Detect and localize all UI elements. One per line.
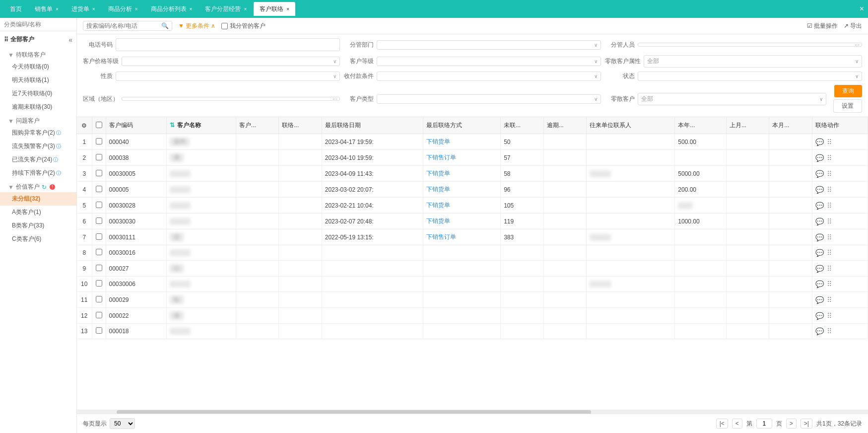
page-input[interactable]	[756, 419, 772, 429]
tab-customer-segment[interactable]: 客户分层经营 ×	[199, 2, 253, 16]
grid-action-icon[interactable]: ⠿	[827, 186, 832, 194]
phone-input[interactable]	[116, 38, 340, 51]
chat-icon[interactable]: 💬	[815, 154, 824, 162]
col-check-all[interactable]	[92, 117, 106, 134]
status-select[interactable]: ∨	[638, 72, 862, 81]
sidebar-item-7days[interactable]: 近7天待联络(0)	[0, 87, 76, 100]
price-level-select[interactable]: ∨	[122, 57, 340, 66]
scatter-select[interactable]: 全部∨	[638, 93, 826, 105]
sidebar-item-today[interactable]: 今天待联络(0)	[0, 60, 76, 73]
close-purchase-tab[interactable]: ×	[92, 6, 95, 12]
row-checkbox[interactable]	[96, 233, 102, 240]
sidebar-item-overdue[interactable]: 逾期未联络(30)	[0, 100, 76, 114]
tab-product-analysis[interactable]: 商品分析 ×	[102, 2, 144, 16]
chat-icon[interactable]: 💬	[815, 233, 824, 241]
close-contact-tab[interactable]: ×	[286, 6, 289, 12]
first-page-btn[interactable]: |<	[716, 419, 728, 429]
sidebar-item-declining[interactable]: 持续下滑客户(2) ⓘ	[0, 166, 76, 180]
grid-action-icon[interactable]: ⠿	[827, 312, 832, 320]
row-check[interactable]	[92, 292, 106, 308]
per-page-select[interactable]: 50 100 200	[110, 418, 135, 429]
my-customers-checkbox[interactable]: 我分管的客户	[221, 22, 266, 30]
chat-icon[interactable]: 💬	[815, 265, 824, 273]
sidebar-item-churned[interactable]: 已流失客户(24) ⓘ	[0, 153, 76, 166]
row-check[interactable]	[92, 261, 106, 277]
grid-action-icon[interactable]: ⠿	[827, 202, 832, 210]
row-checkbox[interactable]	[96, 327, 102, 334]
last-way-link[interactable]: 下销货单	[426, 186, 450, 193]
cust-type-select[interactable]: ∨	[377, 94, 601, 104]
chat-icon[interactable]: 💬	[815, 217, 824, 225]
grid-action-icon[interactable]: ⠿	[827, 154, 832, 162]
sidebar-item-a-class[interactable]: A类客户(1)	[0, 206, 76, 219]
last-way-link[interactable]: 下销售订单	[426, 233, 456, 240]
sidebar-item-c-class[interactable]: C类客户(6)	[0, 232, 76, 246]
home-tab[interactable]: 首页	[4, 5, 28, 13]
row-checkbox[interactable]	[96, 249, 102, 255]
chat-icon[interactable]: 💬	[815, 280, 824, 288]
tab-sales[interactable]: 销售单 ×	[29, 2, 65, 16]
all-customers-header[interactable]: ⠿ 全部客户 «	[0, 31, 76, 48]
attr-select[interactable]: 全部∨	[644, 55, 862, 68]
row-checkbox[interactable]	[96, 217, 102, 224]
row-check[interactable]	[92, 308, 106, 324]
my-customers-check[interactable]	[221, 23, 228, 29]
problem-customer-group[interactable]: ▼ 问题客户	[0, 114, 76, 126]
value-customer-group[interactable]: ▼ 价值客户 ↻ !	[0, 180, 76, 192]
horizontal-scrollbar[interactable]	[77, 410, 868, 414]
grid-action-icon[interactable]: ⠿	[827, 217, 832, 225]
grid-action-icon[interactable]: ⠿	[827, 296, 832, 304]
refresh-icon[interactable]: ↻	[42, 184, 47, 191]
chat-icon[interactable]: 💬	[815, 138, 824, 146]
chat-icon[interactable]: 💬	[815, 186, 824, 194]
chat-icon[interactable]: 💬	[815, 249, 824, 257]
tab-purchase[interactable]: 进货单 ×	[66, 2, 101, 16]
last-way-link[interactable]: 下销货单	[426, 217, 450, 224]
sidebar-search-input[interactable]	[4, 21, 77, 28]
chat-icon[interactable]: 💬	[815, 202, 824, 210]
chat-icon[interactable]: 💬	[815, 296, 824, 304]
row-check[interactable]	[92, 150, 106, 166]
main-search-input[interactable]	[86, 22, 159, 29]
row-checkbox[interactable]	[96, 154, 102, 160]
export-btn[interactable]: ↗ 导出	[844, 22, 862, 30]
chat-icon[interactable]: 💬	[815, 312, 824, 320]
close-product-tab[interactable]: ×	[135, 6, 138, 12]
tab-product-analysis-list[interactable]: 商品分析列表 ×	[145, 2, 199, 16]
row-checkbox[interactable]	[96, 202, 102, 208]
sidebar-item-abnormal[interactable]: 囤购异常客户(2) ⓘ	[0, 126, 76, 140]
last-way-link[interactable]: 下销货单	[426, 202, 450, 209]
next-page-btn[interactable]: >	[786, 419, 797, 429]
tab-customer-contact[interactable]: 客户联络 ×	[254, 2, 295, 16]
row-check[interactable]	[92, 245, 106, 261]
grid-action-icon[interactable]: ⠿	[827, 327, 832, 335]
row-checkbox[interactable]	[96, 280, 102, 287]
row-checkbox[interactable]	[96, 296, 102, 302]
row-checkbox[interactable]	[96, 312, 102, 318]
sidebar-item-tomorrow[interactable]: 明天待联络(1)	[0, 73, 76, 87]
row-check[interactable]	[92, 182, 106, 198]
close-segment-tab[interactable]: ×	[244, 6, 247, 12]
row-check[interactable]	[92, 277, 106, 292]
chat-icon[interactable]: 💬	[815, 170, 824, 178]
grid-action-icon[interactable]: ⠿	[827, 280, 832, 288]
row-check[interactable]	[92, 229, 106, 245]
query-button[interactable]: 查询	[834, 85, 862, 97]
row-check[interactable]	[92, 166, 106, 182]
row-check[interactable]	[92, 324, 106, 339]
more-conditions-btn[interactable]: ▼ 更多条件 ∧	[178, 22, 215, 30]
close-all-button[interactable]: ×	[860, 4, 864, 13]
grid-action-icon[interactable]: ⠿	[827, 170, 832, 178]
grid-action-icon[interactable]: ⠿	[827, 265, 832, 273]
sidebar-item-ungrouped[interactable]: 未分组(32)	[0, 192, 76, 206]
last-page-btn[interactable]: >|	[801, 419, 812, 429]
close-product-list-tab[interactable]: ×	[190, 6, 193, 12]
reset-button[interactable]: 设置	[833, 99, 862, 113]
grid-action-icon[interactable]: ⠿	[827, 138, 832, 146]
row-check[interactable]	[92, 198, 106, 214]
last-way-link[interactable]: 下销货单	[426, 138, 450, 145]
sidebar-item-b-class[interactable]: B类客户(33)	[0, 219, 76, 232]
nature-select[interactable]: ∨	[116, 72, 340, 81]
col-settings[interactable]: ⚙	[77, 117, 92, 134]
main-search-icon[interactable]: 🔍	[161, 22, 169, 29]
